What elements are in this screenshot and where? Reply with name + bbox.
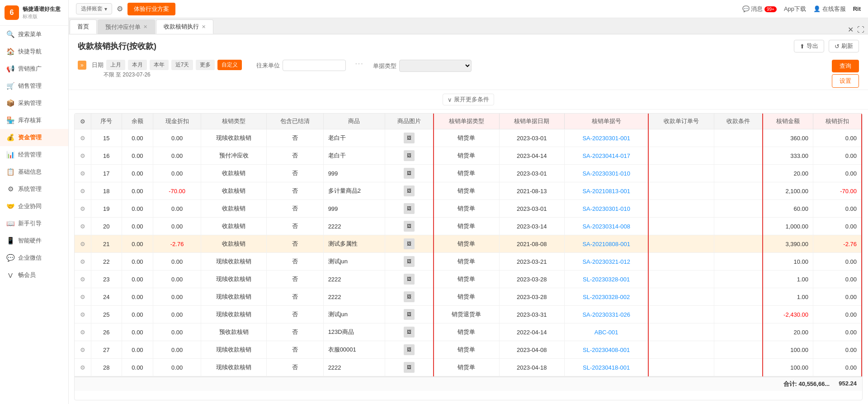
table-footer: 合计: 40,556,66... 952.24 [75,376,862,391]
td-cancel-amount: 1.00 [763,271,813,288]
filter-bar: » 日期 上月 本月 本年 近7天 更多 自定义 不限 至 2023-07-26 [69,56,868,90]
tab-home[interactable]: 首页 [70,19,97,34]
close-icon[interactable]: ✕ [143,24,147,30]
this-year-btn[interactable]: 本年 [150,60,169,70]
td-balance: 0.00 [122,288,153,306]
sidebar-item-purchase[interactable]: 📦 采购管理 [0,95,68,112]
sidebar-item-sales[interactable]: 🛒 销售管理 [0,77,68,95]
td-settings[interactable]: ⚙ [75,218,91,235]
sidebar-item-wechat[interactable]: 💬 企业微信 [0,249,68,266]
sidebar-item-system[interactable]: ⚙ 系统管理 [0,181,68,198]
td-cancel-amount: 100.00 [763,359,813,376]
last-month-btn[interactable]: 上月 [106,60,125,70]
td-include-settled: 否 [267,129,324,147]
td-cash-discount: 0.00 [153,288,201,306]
tab-cancel-exec[interactable]: 收款核销执行 ✕ [156,19,213,34]
td-cancel-doc-type: 销货退货单 [434,306,499,323]
td-settings[interactable]: ⚙ [75,288,91,306]
sidebar-item-label: 新手引导 [18,219,42,228]
td-cancel-doc-date: 2023-03-31 [499,306,565,323]
table-row: ⚙ 16 0.00 0.00 预付冲应收 否 老白干 🖼 销货单 2023-04… [75,147,862,165]
td-cash-discount: -70.00 [153,182,201,200]
message-icon[interactable]: 💬 消息 99+ [742,5,777,13]
data-table: ⚙ 序号 余额 现金折扣 核销类型 包含已结清 商品 商品图片 核销单据类型 核… [75,114,862,376]
td-cancel-discount: 0.00 [813,306,862,323]
sidebar-item-search[interactable]: 🔍 搜索菜单 [0,26,68,43]
td-settings[interactable]: ⚙ [75,235,91,253]
more-date-btn[interactable]: 更多 [196,60,215,70]
expand-filter-button[interactable]: ∨ 展开更多条件 [443,94,494,105]
app-download-link[interactable]: App下载 [784,5,806,13]
td-receipt-condition [714,182,763,200]
close-icon[interactable]: ✕ [202,24,206,30]
from-unit-input[interactable] [283,60,346,71]
td-include-settled: 否 [267,165,324,182]
td-product: 999 [323,200,385,218]
doc-type-select[interactable] [399,60,472,72]
sidebar-item-basic-info[interactable]: 📋 基础信息 [0,163,68,181]
setting-button[interactable]: 设置 [832,74,859,88]
close-all-icon[interactable]: ✕ [848,25,854,34]
td-receipt-order-no [648,182,714,200]
custom-date-btn[interactable]: 自定义 [217,60,242,70]
td-settings[interactable]: ⚙ [75,147,91,165]
th-product: 商品 [323,114,385,129]
topbar: 选择账套 ▾ ⚙ 体验行业方案 💬 消息 99+ App下载 👤 在线客服 Ri… [69,0,868,18]
user-name: Rit [853,5,861,12]
td-cash-discount: 0.00 [153,147,201,165]
this-month-btn[interactable]: 本月 [128,60,147,70]
td-seq: 25 [91,306,122,323]
td-cancel-doc-type: 销货单 [434,218,499,235]
td-settings[interactable]: ⚙ [75,341,91,359]
maximize-icon[interactable]: ⛶ [857,26,864,34]
marketing-icon: 📢 [6,65,14,73]
query-button[interactable]: 查询 [832,60,859,72]
td-balance: 0.00 [122,306,153,323]
wechat-icon: 💬 [6,254,14,262]
td-settings[interactable]: ⚙ [75,253,91,271]
td-receipt-condition [714,235,763,253]
td-cancel-type: 现续收款核销 [201,253,267,271]
sidebar-item-inventory[interactable]: 🏪 库存核算 [0,112,68,129]
sidebar-item-marketing[interactable]: 📢 营销推广 [0,60,68,77]
td-settings[interactable]: ⚙ [75,323,91,341]
export-button[interactable]: ⬆ 导出 [794,40,824,52]
td-cash-discount: 0.00 [153,200,201,218]
sidebar-item-cooperation[interactable]: 🤝 企业协同 [0,198,68,215]
td-cancel-discount: 0.00 [813,253,862,271]
refresh-icon: ↺ [835,43,840,50]
sidebar-item-hardware[interactable]: 📱 智能硬件 [0,232,68,249]
td-receipt-condition [714,200,763,218]
td-settings[interactable]: ⚙ [75,129,91,147]
td-include-settled: 否 [267,147,324,165]
td-settings[interactable]: ⚙ [75,306,91,323]
sidebar-item-funds[interactable]: 💰 资金管理 [0,129,68,146]
td-cancel-doc-type: 销货单 [434,253,499,271]
td-cancel-amount: 20.00 [763,165,813,182]
td-product: 多计量商品2 [323,182,385,200]
td-settings[interactable]: ⚙ [75,271,91,288]
th-settings[interactable]: ⚙ [75,114,91,129]
data-table-container[interactable]: ⚙ 序号 余额 现金折扣 核销类型 包含已结清 商品 商品图片 核销单据类型 核… [74,113,863,400]
sidebar-item-label: 经营管理 [18,151,42,159]
td-settings[interactable]: ⚙ [75,182,91,200]
settings-icon[interactable]: ⚙ [117,5,123,13]
td-receipt-order-no [648,235,714,253]
online-service-link[interactable]: 👤 在线客服 [813,5,846,13]
td-settings[interactable]: ⚙ [75,359,91,376]
last-7-days-btn[interactable]: 近7天 [171,60,193,70]
tab-prepay[interactable]: 预付冲应付单 ✕ [98,19,155,34]
td-receipt-condition [714,218,763,235]
td-settings[interactable]: ⚙ [75,165,91,182]
account-selector[interactable]: 选择账套 ▾ [76,3,112,14]
industry-plan-button[interactable]: 体验行业方案 [127,3,175,15]
td-receipt-order-no [648,323,714,341]
sidebar-item-member[interactable]: V 畅会员 [0,266,68,284]
sidebar-item-operations[interactable]: 📊 经营管理 [0,146,68,163]
sidebar-item-quick-nav[interactable]: 🏠 快捷导航 [0,43,68,60]
sidebar-item-guide[interactable]: 📖 新手引导 [0,215,68,232]
td-settings[interactable]: ⚙ [75,200,91,218]
sidebar-item-label: 快捷导航 [18,48,42,56]
refresh-button[interactable]: ↺ 刷新 [829,40,859,52]
sidebar-expand-btn[interactable]: » [78,61,86,70]
